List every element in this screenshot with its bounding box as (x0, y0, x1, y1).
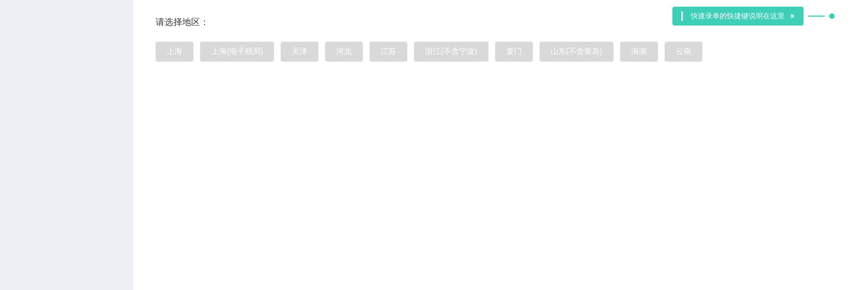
tooltip-dot (829, 13, 835, 19)
region-btn-hebei[interactable]: 河北 (325, 42, 363, 62)
region-btn-shanghai-etax[interactable]: 上海(电子税局) (200, 42, 274, 62)
region-btn-xiamen[interactable]: 厦门 (495, 42, 533, 62)
tooltip-close-button[interactable]: × (790, 12, 795, 21)
region-btn-hainan[interactable]: 海南 (620, 42, 658, 62)
main-content: 请选择地区： 上海上海(电子税局)天津河北江苏浙江(不含宁波)厦门山东(不含青岛… (133, 0, 868, 290)
tooltip-text: 快速录单的快捷键说明在这里 (691, 11, 785, 21)
region-btn-shandong[interactable]: 山东(不含青岛) (540, 42, 613, 62)
tooltip-container: 快速录单的快捷键说明在这里 × (672, 7, 835, 26)
tooltip-line (808, 16, 825, 17)
left-sidebar (0, 0, 133, 290)
tooltip-bubble: 快速录单的快捷键说明在这里 × (672, 7, 804, 26)
region-btn-tianjin[interactable]: 天津 (281, 42, 318, 62)
region-btn-zhejiang[interactable]: 浙江(不含宁波) (414, 42, 488, 62)
region-btn-jiangsu[interactable]: 江苏 (370, 42, 407, 62)
region-btn-shanghai[interactable]: 上海 (156, 42, 193, 62)
region-btn-yunnan[interactable]: 云南 (665, 42, 702, 62)
region-buttons: 上海上海(电子税局)天津河北江苏浙江(不含宁波)厦门山东(不含青岛)海南云南 (156, 42, 846, 62)
